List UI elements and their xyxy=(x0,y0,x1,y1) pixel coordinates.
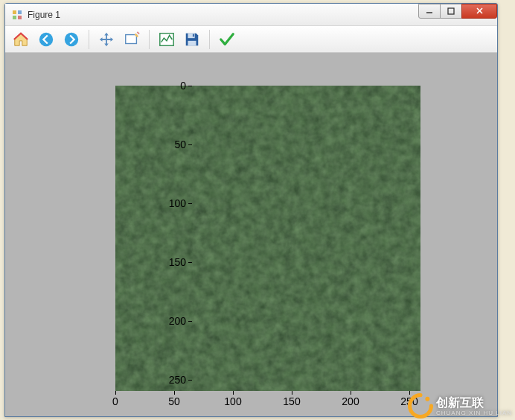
pan-button[interactable] xyxy=(95,28,118,51)
watermark-sub: CHUANG XIN HU LIAN xyxy=(436,410,512,416)
zoom-icon xyxy=(124,31,140,48)
watermark-logo-icon xyxy=(408,393,433,419)
pan-icon xyxy=(98,31,115,48)
watermark: 创新互联 CHUANG XIN HU LIAN xyxy=(408,393,512,419)
svg-rect-5 xyxy=(448,8,454,14)
svg-rect-11 xyxy=(160,33,173,45)
home-button[interactable] xyxy=(10,28,32,51)
toolbar-separator xyxy=(149,30,150,49)
save-icon xyxy=(184,31,200,48)
maximize-button[interactable] xyxy=(440,4,462,19)
apply-button[interactable] xyxy=(216,28,238,51)
x-tick-label: 0 xyxy=(100,395,130,407)
app-icon xyxy=(11,9,23,21)
toolbar-separator xyxy=(89,30,89,49)
window-title: Figure 1 xyxy=(28,10,60,20)
svg-point-19 xyxy=(425,397,429,401)
svg-point-8 xyxy=(39,32,53,45)
y-tick-label: 50 xyxy=(149,139,186,150)
subplots-icon xyxy=(159,31,175,48)
svg-rect-14 xyxy=(193,34,194,36)
check-icon xyxy=(219,31,235,48)
svg-point-9 xyxy=(65,32,78,45)
y-tick-label: 100 xyxy=(149,197,186,209)
close-button[interactable] xyxy=(461,4,497,19)
svg-rect-0 xyxy=(13,10,16,14)
save-button[interactable] xyxy=(181,28,203,51)
toolbar-separator xyxy=(209,30,210,49)
figure-canvas[interactable]: 0 50 100 150 200 250 0 50 100 150 200 25… xyxy=(5,53,497,416)
titlebar[interactable]: Figure 1 xyxy=(5,4,497,26)
zoom-button[interactable] xyxy=(121,28,143,51)
svg-rect-1 xyxy=(18,10,22,14)
svg-rect-13 xyxy=(188,40,196,45)
subplots-button[interactable] xyxy=(156,28,178,51)
back-arrow-icon xyxy=(38,31,54,48)
window-controls xyxy=(419,4,497,19)
svg-rect-18 xyxy=(115,86,420,391)
y-tick-label: 200 xyxy=(149,315,186,327)
forward-button[interactable] xyxy=(60,28,83,51)
back-button[interactable] xyxy=(35,28,57,51)
y-tick-label: 150 xyxy=(149,256,186,268)
y-tick-label: 250 xyxy=(149,374,186,386)
x-tick-label: 150 xyxy=(277,395,307,407)
x-tick-label: 200 xyxy=(336,395,365,407)
home-icon xyxy=(13,31,29,48)
svg-rect-3 xyxy=(18,16,22,19)
watermark-main: 创新互联 xyxy=(436,395,512,411)
plot-axes[interactable] xyxy=(115,86,420,391)
toolbar xyxy=(5,26,497,53)
figure-window: Figure 1 xyxy=(4,3,498,417)
y-tick-label: 0 xyxy=(149,80,186,92)
x-tick-label: 50 xyxy=(159,395,189,407)
svg-rect-10 xyxy=(126,34,137,43)
forward-arrow-icon xyxy=(63,31,80,48)
plot-image xyxy=(115,86,420,391)
minimize-button[interactable] xyxy=(418,4,441,19)
svg-rect-2 xyxy=(13,16,16,19)
x-tick-label: 100 xyxy=(218,395,248,407)
